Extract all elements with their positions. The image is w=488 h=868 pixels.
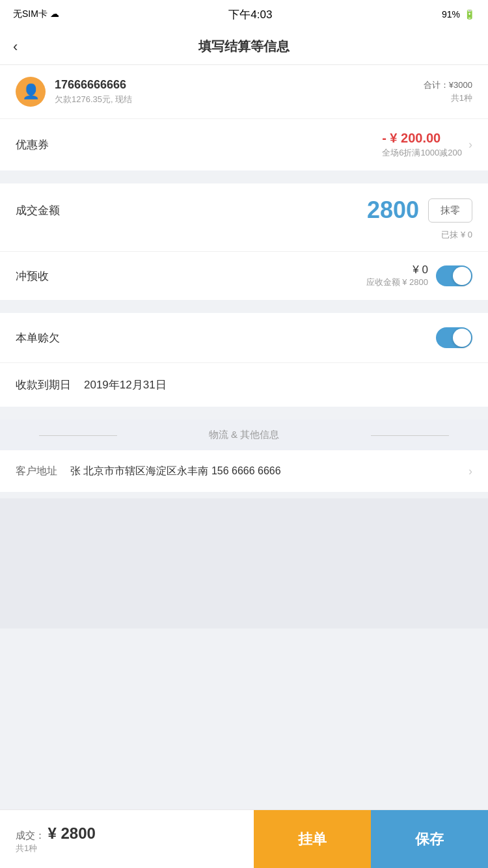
total-count: 共1种 xyxy=(424,92,472,104)
status-left: 无SIM卡 ☁ xyxy=(13,8,59,20)
customer-phone: 17666666666 xyxy=(55,78,132,92)
prepay-row: 冲预收 ¥ 0 应收金额 ¥ 2800 xyxy=(0,251,488,300)
bottom-summary-row: 成交： ¥ 2800 xyxy=(16,824,254,843)
prepay-toggle-thumb xyxy=(453,267,471,285)
customer-info: 17666666666 欠款1276.35元, 现结 xyxy=(55,78,132,105)
customer-right: 合计：¥3000 共1种 xyxy=(424,79,472,104)
transaction-amount: 2800 xyxy=(367,197,419,224)
bottom-summary-amount: ¥ 2800 xyxy=(47,824,95,842)
address-chevron: › xyxy=(468,465,472,478)
transaction-row: 成交金额 2800 抹零 xyxy=(0,183,488,229)
transaction-section: 成交金额 2800 抹零 已抹 ¥ 0 冲预收 ¥ 0 应收金额 ¥ 2800 xyxy=(0,183,488,300)
coupon-sub: 全场6折满1000减200 xyxy=(382,147,462,159)
hold-button[interactable]: 挂单 xyxy=(254,810,371,868)
customer-row: 👤 17666666666 欠款1276.35元, 现结 合计：¥3000 共1… xyxy=(0,65,488,118)
debtor-toggle-thumb xyxy=(453,329,471,347)
logistics-header: 物流 & 其他信息 xyxy=(0,420,488,450)
save-button[interactable]: 保存 xyxy=(371,810,488,868)
customer-left: 👤 17666666666 欠款1276.35元, 现结 xyxy=(16,77,132,107)
address-card: 客户地址 张 北京市市辖区海淀区永丰南 156 6666 6666 › xyxy=(0,450,488,492)
back-button[interactable]: ‹ xyxy=(13,38,18,55)
sim-status: 无SIM卡 ☁ xyxy=(13,8,59,20)
battery-icon: 🔋 xyxy=(464,9,475,20)
bottom-summary: 成交： ¥ 2800 共1种 xyxy=(0,824,254,854)
coupon-value: - ¥ 200.00 xyxy=(382,131,462,146)
prepay-sub: 应收金额 ¥ 2800 xyxy=(366,277,428,288)
page-title: 填写结算等信息 xyxy=(198,38,290,55)
bottom-summary-count: 共1种 xyxy=(16,843,254,854)
coupon-chevron: › xyxy=(468,138,472,152)
customer-card: 👤 17666666666 欠款1276.35元, 现结 合计：¥3000 共1… xyxy=(0,65,488,170)
debtor-row: 本单赊欠 xyxy=(0,313,488,362)
total-label: 合计：¥3000 xyxy=(424,79,472,91)
due-date-value: 2019年12月31日 xyxy=(84,377,167,392)
gray-spacer xyxy=(0,498,488,629)
section-divider-1 xyxy=(0,177,488,183)
prepay-label: 冲预收 xyxy=(16,269,49,284)
section-divider-3 xyxy=(0,413,488,420)
debtor-label: 本单赊欠 xyxy=(16,331,60,346)
avatar: 👤 xyxy=(16,77,46,107)
bottom-button-group: 挂单 保存 xyxy=(254,810,488,868)
status-bar: 无SIM卡 ☁ 下午4:03 91% 🔋 xyxy=(0,0,488,29)
nav-bar: ‹ 填写结算等信息 xyxy=(0,29,488,65)
debtor-section: 本单赊欠 收款到期日 2019年12月31日 xyxy=(0,313,488,407)
customer-subtitle: 欠款1276.35元, 现结 xyxy=(55,94,132,105)
coupon-right: - ¥ 200.00 全场6折满1000减200 › xyxy=(382,131,472,159)
status-right: 91% 🔋 xyxy=(442,9,475,20)
prepay-amount: ¥ 0 xyxy=(366,264,428,277)
prepay-value-text: ¥ 0 应收金额 ¥ 2800 xyxy=(366,264,428,288)
due-date-row: 收款到期日 2019年12月31日 xyxy=(0,362,488,407)
prepay-toggle[interactable] xyxy=(436,265,472,286)
due-date-label: 收款到期日 xyxy=(16,377,71,392)
battery-text: 91% xyxy=(442,9,460,20)
round-button[interactable]: 抹零 xyxy=(428,198,472,223)
coupon-label: 优惠券 xyxy=(16,137,49,152)
status-time: 下午4:03 xyxy=(228,7,272,22)
coupon-row[interactable]: 优惠券 - ¥ 200.00 全场6折满1000减200 › xyxy=(0,118,488,170)
transaction-right: 2800 抹零 xyxy=(367,197,472,224)
transaction-label: 成交金额 xyxy=(16,203,60,218)
address-content: 张 北京市市辖区海淀区永丰南 156 6666 6666 xyxy=(70,463,455,479)
bottom-bar: 成交： ¥ 2800 共1种 挂单 保存 xyxy=(0,809,488,868)
debtor-toggle[interactable] xyxy=(436,327,472,348)
prepay-right: ¥ 0 应收金额 ¥ 2800 xyxy=(366,264,472,288)
transaction-sub: 已抹 ¥ 0 xyxy=(0,229,488,251)
address-row[interactable]: 客户地址 张 北京市市辖区海淀区永丰南 156 6666 6666 › xyxy=(0,450,488,492)
address-label: 客户地址 xyxy=(16,465,57,478)
section-divider-2 xyxy=(0,306,488,313)
bottom-summary-label: 成交： xyxy=(16,830,45,841)
content-area: 👤 17666666666 欠款1276.35元, 现结 合计：¥3000 共1… xyxy=(0,65,488,694)
logistics-header-text: 物流 & 其他信息 xyxy=(209,429,279,440)
